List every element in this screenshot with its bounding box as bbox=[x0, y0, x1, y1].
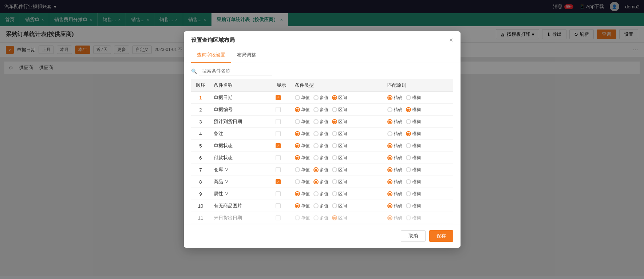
radio-item[interactable]: 单值 bbox=[295, 179, 310, 185]
radio-circle bbox=[387, 215, 392, 220]
radio-item[interactable]: 精确 bbox=[387, 215, 402, 221]
radio-item[interactable]: 精确 bbox=[387, 119, 402, 125]
radio-label: 精确 bbox=[394, 107, 402, 113]
radio-item[interactable]: 模糊 bbox=[406, 179, 421, 185]
radio-item[interactable]: 多值 bbox=[313, 203, 328, 209]
radio-item[interactable]: 模糊 bbox=[406, 203, 421, 209]
display-checkbox[interactable] bbox=[276, 167, 281, 172]
radio-item[interactable]: 单值 bbox=[295, 155, 310, 161]
radio-item[interactable]: 精确 bbox=[387, 131, 402, 137]
radio-label: 精确 bbox=[394, 179, 402, 185]
radio-item[interactable]: 单值 bbox=[295, 119, 310, 125]
row-display bbox=[272, 104, 291, 116]
radio-item[interactable]: 多值 bbox=[313, 95, 328, 101]
display-checkbox[interactable] bbox=[276, 107, 281, 112]
radio-item[interactable]: 区间 bbox=[332, 215, 347, 221]
radio-item[interactable]: 单值 bbox=[295, 191, 310, 197]
display-checkbox[interactable] bbox=[276, 203, 281, 208]
radio-label: 多值 bbox=[320, 155, 328, 161]
radio-item[interactable]: 区间 bbox=[332, 155, 347, 161]
radio-item[interactable]: 精确 bbox=[387, 191, 402, 197]
display-checkbox[interactable] bbox=[276, 131, 281, 136]
radio-item[interactable]: 单值 bbox=[295, 167, 310, 173]
search-input[interactable] bbox=[199, 67, 272, 75]
radio-circle bbox=[332, 179, 337, 184]
radio-item[interactable]: 多值 bbox=[313, 215, 328, 221]
radio-label: 区间 bbox=[338, 215, 347, 221]
radio-item[interactable]: 单值 bbox=[295, 203, 310, 209]
radio-item[interactable]: 模糊 bbox=[406, 95, 421, 101]
radio-item[interactable]: 区间 bbox=[332, 179, 347, 185]
radio-item[interactable]: 精确 bbox=[387, 167, 402, 173]
radio-label: 精确 bbox=[394, 215, 402, 221]
modal-close-button[interactable]: × bbox=[449, 36, 453, 44]
radio-item[interactable]: 多值 bbox=[313, 167, 328, 173]
radio-item[interactable]: 多值 bbox=[313, 119, 328, 125]
radio-item[interactable]: 多值 bbox=[313, 143, 328, 149]
save-button[interactable]: 保存 bbox=[429, 230, 453, 242]
cancel-button[interactable]: 取消 bbox=[401, 230, 426, 242]
tab-layout-adjust[interactable]: 布局调整 bbox=[231, 48, 262, 63]
radio-item[interactable]: 区间 bbox=[332, 119, 347, 125]
radio-item[interactable]: 单值 bbox=[295, 107, 310, 113]
modal-table: 顺序 条件名称 显示 条件类型 匹配原则 1单据日期单值多值区间精确模糊2单据编… bbox=[184, 79, 461, 224]
radio-item[interactable]: 多值 bbox=[313, 155, 328, 161]
table-row: 6付款状态单值多值区间精确模糊 bbox=[191, 152, 453, 164]
display-checkbox[interactable] bbox=[276, 143, 281, 148]
save-label: 保存 bbox=[436, 233, 446, 239]
radio-item[interactable]: 单值 bbox=[295, 215, 310, 221]
radio-item[interactable]: 精确 bbox=[387, 179, 402, 185]
radio-item[interactable]: 模糊 bbox=[406, 191, 421, 197]
radio-item[interactable]: 模糊 bbox=[406, 215, 421, 221]
radio-item[interactable]: 区间 bbox=[332, 107, 347, 113]
radio-label: 区间 bbox=[338, 119, 347, 125]
display-checkbox[interactable] bbox=[276, 119, 281, 124]
radio-circle bbox=[387, 179, 392, 184]
radio-item[interactable]: 区间 bbox=[332, 131, 347, 137]
radio-circle bbox=[295, 155, 300, 160]
radio-item[interactable]: 模糊 bbox=[406, 167, 421, 173]
display-checkbox[interactable] bbox=[276, 191, 281, 196]
row-name: 付款状态 bbox=[210, 152, 272, 164]
radio-item[interactable]: 模糊 bbox=[406, 143, 421, 149]
radio-item[interactable]: 多值 bbox=[313, 107, 328, 113]
radio-label: 精确 bbox=[394, 155, 402, 161]
radio-item[interactable]: 区间 bbox=[332, 167, 347, 173]
radio-item[interactable]: 模糊 bbox=[406, 155, 421, 161]
radio-item[interactable]: 多值 bbox=[313, 191, 328, 197]
row-display bbox=[272, 188, 291, 200]
radio-label: 精确 bbox=[394, 203, 402, 209]
radio-item[interactable]: 单值 bbox=[295, 131, 310, 137]
display-checkbox[interactable] bbox=[276, 155, 281, 160]
radio-item[interactable]: 单值 bbox=[295, 143, 310, 149]
radio-item[interactable]: 区间 bbox=[332, 143, 347, 149]
radio-item[interactable]: 多值 bbox=[313, 131, 328, 137]
radio-item[interactable]: 精确 bbox=[387, 143, 402, 149]
radio-label: 区间 bbox=[338, 179, 347, 185]
row-type: 单值多值区间 bbox=[291, 92, 384, 104]
radio-item[interactable]: 精确 bbox=[387, 107, 402, 113]
radio-circle bbox=[406, 215, 411, 220]
radio-item[interactable]: 区间 bbox=[332, 95, 347, 101]
radio-item[interactable]: 模糊 bbox=[406, 107, 421, 113]
display-checkbox[interactable] bbox=[276, 215, 281, 220]
display-checkbox[interactable] bbox=[276, 95, 281, 100]
radio-label: 区间 bbox=[338, 155, 347, 161]
radio-item[interactable]: 精确 bbox=[387, 203, 402, 209]
radio-item[interactable]: 精确 bbox=[387, 95, 402, 101]
radio-item[interactable]: 多值 bbox=[313, 179, 328, 185]
row-match: 精确模糊 bbox=[384, 92, 453, 104]
radio-item[interactable]: 模糊 bbox=[406, 119, 421, 125]
radio-item[interactable]: 区间 bbox=[332, 203, 347, 209]
row-name: 备注 bbox=[210, 128, 272, 140]
radio-item[interactable]: 精确 bbox=[387, 155, 402, 161]
modal-search-area: 🔍 bbox=[184, 63, 461, 79]
radio-circle bbox=[313, 179, 319, 184]
radio-item[interactable]: 模糊 bbox=[406, 131, 421, 137]
radio-item[interactable]: 区间 bbox=[332, 191, 347, 197]
radio-item[interactable]: 单值 bbox=[295, 95, 310, 101]
radio-label: 模糊 bbox=[412, 95, 421, 101]
tab-query-fields[interactable]: 查询字段设置 bbox=[191, 48, 231, 63]
display-checkbox[interactable] bbox=[276, 179, 281, 184]
radio-label: 模糊 bbox=[412, 131, 421, 137]
